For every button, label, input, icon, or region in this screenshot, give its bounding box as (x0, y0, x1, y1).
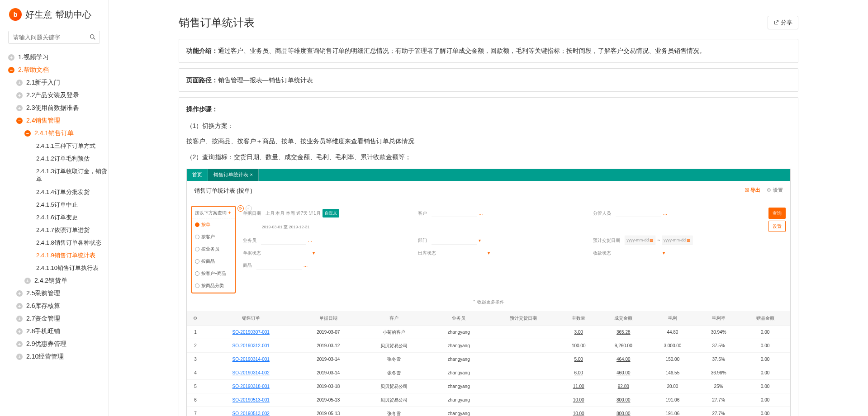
table-col-4: 业务员 (429, 311, 488, 326)
nav-2-4-1-5[interactable]: 2.4.1.5订单中止 (8, 199, 108, 211)
embedded-screenshot-1: 首页 销售订单统计表× 销售订单统计表 (按单) ☒ 导出 ⚙ 设置 ⟳« (186, 169, 791, 416)
nav-2-1[interactable]: +2.1新手入门 (8, 76, 108, 89)
nav-2-4-1-10[interactable]: 2.4.1.10销售订单执行表 (8, 262, 108, 274)
filter-paystatus[interactable]: 收款状态▾ (593, 249, 750, 257)
nav-2-4-1-8[interactable]: 2.4.1.8销售订单各种状态 (8, 236, 108, 249)
search-icon[interactable] (89, 33, 96, 41)
logo-icon: b (9, 8, 22, 21)
plus-icon: + (16, 328, 23, 335)
nav-2-2[interactable]: +2.2产品安装及登录 (8, 89, 108, 102)
scr-tabs: 首页 销售订单统计表× (187, 169, 790, 181)
nav-2-4-1-4[interactable]: 2.4.1.4订单分批发货 (8, 186, 108, 199)
scheme-1[interactable]: 按客户 (192, 231, 235, 243)
step-1-body: 按客户、按商品、按客户＋商品、按单、按业务员等维度来查看销售订单总体情况 (186, 135, 791, 147)
scheme-4[interactable]: 按客户+商品 (192, 267, 235, 279)
nav-2-3[interactable]: +2.3使用前数据准备 (8, 102, 108, 114)
steps-title: 操作步骤： (186, 103, 791, 115)
path-card: 页面路径：销售管理—报表—销售订单统计表 (179, 68, 798, 92)
page-title: 销售订单统计表 (179, 15, 255, 30)
plus-icon: + (16, 303, 23, 309)
nav-2-4-2[interactable]: +2.4.2销货单 (8, 274, 108, 287)
nav-2-10[interactable]: +2.10经营管理 (8, 350, 108, 363)
sidebar-search[interactable] (8, 31, 100, 44)
radio-icon (195, 284, 199, 288)
nav-2-4-1-1[interactable]: 2.4.1.1三种下订单方式 (8, 140, 108, 152)
table-col-5: 预计交货日期 (488, 311, 559, 326)
minus-icon: − (24, 130, 31, 137)
scheme-2[interactable]: 按业务员 (192, 243, 235, 255)
path-label: 页面路径： (186, 76, 218, 84)
radio-icon (195, 222, 199, 227)
filter-emp[interactable]: 分管人员… (593, 208, 750, 218)
query-button[interactable]: 查询 (768, 208, 786, 219)
table-col-6: 主数量 (559, 311, 598, 326)
settings-button[interactable]: 设置 (768, 221, 786, 232)
plus-icon: + (16, 316, 23, 322)
plus-icon: + (16, 354, 23, 360)
refresh-icon[interactable]: ⟳ (237, 205, 244, 212)
table-row: 3SO-20190314-0012019-03-14张冬雪zhangyang5.… (187, 353, 790, 366)
brand: b 好生意 帮助中心 (0, 0, 108, 27)
share-icon (773, 20, 779, 25)
main-content: 销售订单统计表 分享 功能介绍：通过客户、业务员、商品等维度查询销售订单的明细汇… (109, 0, 868, 416)
table-row: 7SO-20190513-0022019-05-13张冬雪zhangyang10… (187, 407, 790, 416)
nav-2-9[interactable]: +2.9优惠券管理 (8, 338, 108, 350)
nav-2-4-1-3[interactable]: 2.4.1.3订单收取订金，销货单 (8, 165, 108, 186)
table-col-7: 成交金额 (598, 311, 648, 326)
table-col-9: 毛利率 (697, 311, 740, 326)
nav-video[interactable]: +1.视频学习 (8, 51, 108, 64)
scr-tab-home[interactable]: 首页 (187, 169, 208, 181)
collapse-icon[interactable]: « (246, 205, 252, 212)
filter-outstatus[interactable]: 出库状态▾ (418, 249, 575, 257)
settings-link[interactable]: ⚙ 设置 (767, 185, 783, 197)
export-link[interactable]: ☒ 导出 (745, 185, 760, 197)
search-input[interactable] (8, 31, 100, 44)
share-button[interactable]: 分享 (768, 16, 798, 29)
nav-2-5[interactable]: +2.5采购管理 (8, 287, 108, 300)
scr-tab-current[interactable]: 销售订单统计表× (208, 169, 259, 181)
table-col-10: 赠品金额 (740, 311, 790, 326)
nav-2-4-1[interactable]: −2.4.1销售订单 (8, 127, 108, 140)
table-row: 6SO-20190513-0012019-05-13贝贝贸易公司zhangyan… (187, 393, 790, 407)
scheme-5[interactable]: 按商品分类 (192, 279, 235, 292)
scheme-head: 按以下方案查询 + (192, 208, 235, 218)
date-range: 2019-03-01 至 2019-12-31 (243, 222, 400, 232)
radio-icon (195, 271, 199, 276)
plus-icon: + (16, 290, 23, 297)
table-row: 2SO-20190312-0012019-03-12贝贝贸易公司zhangyan… (187, 339, 790, 353)
filter-cust[interactable]: 客户… (418, 208, 575, 218)
nav-2-4[interactable]: −2.4销售管理 (8, 114, 108, 127)
calendar-icon: ▦ (650, 236, 654, 244)
filter-goods[interactable]: 商品… (243, 261, 400, 269)
nav-docs[interactable]: −2.帮助文档 (8, 64, 108, 76)
calendar-icon: ▦ (687, 236, 691, 244)
close-icon[interactable]: × (250, 170, 253, 180)
plus-icon: + (16, 341, 23, 347)
custom-tag[interactable]: 自定义 (323, 209, 339, 217)
nav-2-4-1-2[interactable]: 2.4.1.2订单毛利预估 (8, 152, 108, 165)
table-col-0: ⚙ (187, 311, 204, 326)
table-row: 1SO-20190307-0012019-03-07小菊的客户zhangyang… (187, 326, 790, 339)
filter-expdate[interactable]: 预计交货日期yyyy-mm-dd▦ ~ yyyy-mm-dd▦ (593, 236, 750, 245)
nav-2-4-1-9[interactable]: 2.4.1.9销售订单统计表 (8, 249, 108, 262)
result-table: ⚙销售订单单据日期客户业务员预计交货日期主数量成交金额毛利毛利率赠品金额 1SO… (187, 311, 790, 416)
filter-status[interactable]: 单据状态▾ (243, 249, 400, 257)
filter-sales[interactable]: 业务员… (243, 236, 400, 245)
scheme-0[interactable]: 按单 (192, 218, 235, 231)
intro-card: 功能介绍：通过客户、业务员、商品等维度查询销售订单的明细汇总情况；有助于管理者了… (179, 39, 798, 63)
plus-icon: + (8, 54, 14, 61)
nav-2-4-1-6[interactable]: 2.4.1.6订单变更 (8, 211, 108, 224)
filter-dept[interactable]: 部门▾ (418, 236, 575, 245)
table-col-1: 销售订单 (204, 311, 298, 326)
nav-2-8[interactable]: +2.8手机旺铺 (8, 325, 108, 338)
nav-2-4-1-7[interactable]: 2.4.1.7依照订单进货 (8, 224, 108, 236)
nav-2-6[interactable]: +2.6库存核算 (8, 300, 108, 312)
nav-2-7[interactable]: +2.7资金管理 (8, 312, 108, 325)
scheme-3[interactable]: 按商品 (192, 255, 235, 267)
intro-text: 通过客户、业务员、商品等维度查询销售订单的明细汇总情况；有助于管理者了解订单成交… (218, 47, 706, 54)
scr-titlebar: 销售订单统计表 (按单) ☒ 导出 ⚙ 设置 (187, 181, 790, 202)
filter-grid: 单据日期 上月 本月 本周 近7天 近1月 自定义 客户… 分管人员… 查询设置… (243, 206, 786, 293)
table-row: 5SO-20190318-0012019-03-18贝贝贸易公司zhangyan… (187, 380, 790, 393)
scr-actions: ☒ 导出 ⚙ 设置 (745, 185, 783, 197)
collapse-bar[interactable]: ⌃ 收起更多条件 (187, 295, 790, 308)
